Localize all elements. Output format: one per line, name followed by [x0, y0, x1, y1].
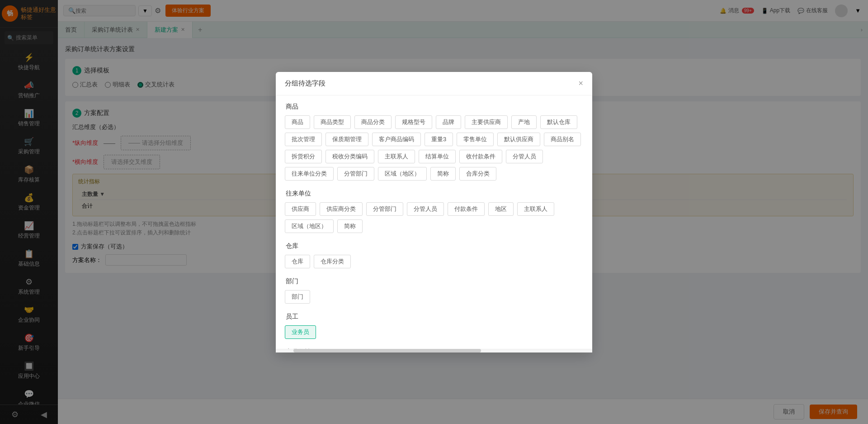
modal-body[interactable]: 商品商品商品类型商品分类规格型号品牌主要供应商产地默认仓库批次管理保质期管理客户… [276, 95, 592, 349]
field-section-department: 部门部门 [285, 277, 583, 304]
field-tag[interactable]: 主联系人 [517, 202, 554, 216]
field-tag[interactable]: 分管人员 [407, 202, 444, 216]
field-section-product: 商品商品商品类型商品分类规格型号品牌主要供应商产地默认仓库批次管理保质期管理客户… [285, 103, 583, 181]
section-title-employee: 员工 [285, 313, 583, 321]
modal-horizontal-scrollbar[interactable] [276, 349, 592, 353]
field-tag[interactable]: 规格型号 [395, 115, 432, 129]
field-tag[interactable]: 主要供应商 [465, 115, 508, 129]
field-tag[interactable]: 仓库分类 [314, 255, 351, 268]
field-tag[interactable]: 分管部门 [337, 167, 374, 181]
modal-title: 分组待选字段 [285, 79, 326, 88]
field-tag[interactable]: 商品分类 [354, 115, 392, 129]
section-title-warehouse: 仓库 [285, 242, 583, 250]
field-tag[interactable]: 税收分类编码 [326, 150, 374, 163]
field-section-employee: 员工业务员 [285, 313, 583, 339]
field-tag[interactable]: 业务员 [285, 325, 316, 339]
field-tag[interactable]: 主联系人 [378, 150, 415, 163]
field-tag[interactable]: 区域（地区） [378, 167, 427, 181]
field-tag[interactable]: 批次管理 [285, 133, 322, 146]
field-grid-partner: 供应商供应商分类分管部门分管人员付款条件地区主联系人区域（地区）简称 [285, 202, 583, 233]
field-tag[interactable]: 品牌 [436, 115, 461, 129]
field-tag[interactable]: 付款条件 [448, 202, 485, 216]
field-tag[interactable]: 供应商 [285, 202, 316, 216]
field-grid-employee: 业务员 [285, 325, 583, 339]
field-tag[interactable]: 简称 [430, 167, 456, 181]
field-tag[interactable]: 分管人员 [506, 150, 543, 163]
field-grid-department: 部门 [285, 290, 583, 304]
field-tag[interactable]: 客户商品编码 [372, 133, 421, 146]
field-tag[interactable]: 重量3 [425, 133, 453, 146]
field-tag[interactable]: 供应商分类 [320, 202, 363, 216]
field-section-partner: 往来单位供应商供应商分类分管部门分管人员付款条件地区主联系人区域（地区）简称 [285, 190, 583, 233]
field-tag[interactable]: 产地 [511, 115, 537, 129]
modal-header: 分组待选字段 × [276, 72, 592, 95]
field-tag[interactable]: 简称 [337, 219, 363, 233]
field-tag[interactable]: 合库分类 [459, 167, 496, 181]
field-tag[interactable]: 地区 [488, 202, 514, 216]
field-tag[interactable]: 商品别名 [544, 133, 581, 146]
section-title-partner: 往来单位 [285, 190, 583, 198]
field-tag[interactable]: 结算单位 [419, 150, 456, 163]
field-select-modal: 分组待选字段 × 商品商品商品类型商品分类规格型号品牌主要供应商产地默认仓库批次… [276, 72, 592, 353]
field-grid-warehouse: 仓库仓库分类 [285, 255, 583, 268]
field-tag[interactable]: 收付款条件 [459, 150, 502, 163]
field-tag[interactable]: 零售单位 [457, 133, 494, 146]
hscroll-thumb[interactable] [293, 349, 481, 353]
field-tag[interactable]: 保质期管理 [326, 133, 368, 146]
modal-close-button[interactable]: × [578, 79, 583, 87]
field-tag[interactable]: 区域（地区） [285, 219, 334, 233]
field-tag[interactable]: 分管部门 [366, 202, 403, 216]
field-tag[interactable]: 商品 [285, 115, 310, 129]
field-tag[interactable]: 默认仓库 [540, 115, 577, 129]
field-section-warehouse: 仓库仓库仓库分类 [285, 242, 583, 268]
field-tag[interactable]: 仓库 [285, 255, 310, 268]
field-tag[interactable]: 默认供应商 [497, 133, 540, 146]
field-tag[interactable]: 部门 [285, 290, 310, 304]
field-tag[interactable]: 往来单位分类 [285, 167, 334, 181]
field-tag[interactable]: 拆货积分 [285, 150, 322, 163]
field-tag[interactable]: 商品类型 [314, 115, 351, 129]
section-title-department: 部门 [285, 277, 583, 286]
field-grid-product: 商品商品类型商品分类规格型号品牌主要供应商产地默认仓库批次管理保质期管理客户商品… [285, 115, 583, 181]
section-title-product: 商品 [285, 103, 583, 111]
